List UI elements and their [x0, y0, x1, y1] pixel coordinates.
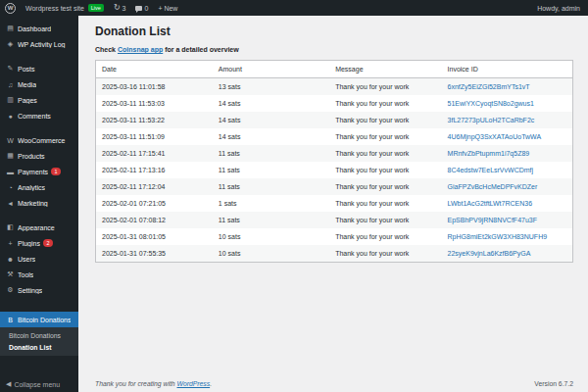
sidebar-item-label: Settings: [18, 287, 42, 294]
menu-separator: [0, 298, 78, 312]
col-header-message[interactable]: Message: [329, 61, 441, 78]
invoice-link[interactable]: 3fL27273pULoH2TCaRbF2c: [448, 117, 535, 123]
coinsnap-app-link[interactable]: Coinsnap app: [118, 46, 163, 53]
sidebar-item-comments[interactable]: ●Comments: [0, 108, 78, 123]
donation-row: 2025-03-11 11:53:2214 satsThank you for …: [96, 112, 573, 128]
sidebar-item-label: Users: [18, 256, 35, 263]
invoice-link[interactable]: RpHG8miEt2kGW3XH83NUFH9: [448, 233, 548, 240]
sidebar-item-label: Media: [18, 81, 36, 88]
cell-date: 2025-02-11 17:15:41: [96, 145, 213, 162]
sidebar-item-bitcoin-donations[interactable]: BBitcoin Donations: [0, 312, 78, 327]
invoice-link[interactable]: LWbt1AcG2tftLWt7RCEN36: [448, 200, 533, 207]
col-header-amount[interactable]: Amount: [213, 61, 329, 78]
updates-icon: ↻: [114, 4, 121, 12]
invoice-link[interactable]: GiaFPZvBcHcMeDPFvKDZer: [448, 183, 538, 190]
live-badge: Live: [88, 4, 104, 12]
cell-amount: 11 sats: [213, 178, 329, 195]
tools-icon: ⚒: [6, 270, 15, 278]
cell-date: 2025-01-31 07:55:35: [96, 245, 213, 263]
cell-amount: 1 sats: [213, 195, 329, 212]
invoice-link[interactable]: 4U6MjnpQ3SxXATAoUoTwWA: [448, 133, 542, 140]
cell-amount: 14 sats: [213, 128, 329, 145]
sidebar-item-label: Posts: [18, 66, 35, 73]
dashboard-icon: ▤: [6, 24, 15, 32]
collapse-menu-button[interactable]: ◀ Collapse menu: [0, 376, 78, 392]
invoice-link[interactable]: MRnfvZbPtupmm1i7q5Z89: [448, 150, 530, 157]
wordpress-link[interactable]: WordPress: [177, 380, 211, 387]
updates-menu[interactable]: ↻ 3: [109, 0, 131, 16]
cell-invoice-id: RpHG8miEt2kGW3XH83NUFH9: [442, 228, 573, 245]
donation-row: 2025-01-31 08:01:0510 satsThank you for …: [96, 228, 573, 245]
sidebar-item-posts[interactable]: ✎Posts: [0, 61, 78, 76]
sidebar-item-woocommerce[interactable]: WWooCommerce: [0, 132, 78, 148]
cell-invoice-id: 22syeK9vjnLa6KzfB6PyGA: [442, 245, 573, 263]
sidebar-item-label: Products: [18, 153, 45, 160]
donation-row: 2025-03-11 11:51:0914 satsThank you for …: [96, 128, 573, 145]
donation-row: 2025-03-16 11:01:5813 satsThank you for …: [96, 78, 573, 96]
cell-message: Thank you for your work: [329, 95, 441, 112]
analytics-icon: ◔: [6, 184, 15, 191]
sidebar-item-marketing[interactable]: ◄Marketing: [0, 195, 78, 211]
sidebar-item-plugins[interactable]: +Plugins2: [0, 235, 78, 251]
donation-row: 2025-02-11 17:13:1611 satsThank you for …: [96, 162, 573, 178]
cell-invoice-id: 8C4edstw7EeLsrVvWCDmfj: [442, 162, 573, 178]
sidebar-item-label: Marketing: [18, 200, 48, 207]
sidebar-item-appearance[interactable]: ◧Appearance: [0, 220, 78, 235]
invoice-link[interactable]: 51EwiYXCyoqtSN8o2gwus1: [448, 100, 534, 107]
sidebar-item-payments[interactable]: ▬Payments1: [0, 164, 78, 179]
footer-thanks-suffix: .: [210, 380, 212, 387]
donations-table: Date Amount Message Invoice ID 2025-03-1…: [95, 60, 573, 263]
howdy-menu[interactable]: Howdy, admin: [532, 0, 588, 16]
updates-count: 3: [122, 5, 126, 12]
donation-row: 2025-02-01 07:21:051 satsThank you for y…: [96, 195, 573, 212]
notice-prefix: Check: [95, 46, 118, 53]
cell-amount: 14 sats: [213, 95, 329, 112]
site-name-label: Wordpress test site: [25, 5, 84, 12]
cell-invoice-id: LWbt1AcG2tftLWt7RCEN36: [442, 195, 573, 212]
cell-date: 2025-03-16 11:01:58: [96, 78, 213, 96]
sidebar-item-settings[interactable]: ⚙Settings: [0, 282, 78, 298]
comments-icon: ●: [6, 113, 15, 120]
cell-date: 2025-01-31 08:01:05: [96, 228, 213, 245]
cell-date: 2025-02-11 17:13:16: [96, 162, 213, 178]
sidebar-item-tools[interactable]: ⚒Tools: [0, 267, 78, 282]
invoice-link[interactable]: 8C4edstw7EeLsrVvWCDmfj: [448, 167, 534, 173]
sidebar-item-label: WooCommerce: [18, 137, 66, 144]
cell-message: Thank you for your work: [329, 212, 441, 228]
sidebar-item-pages[interactable]: ▥Pages: [0, 92, 78, 108]
cell-invoice-id: 51EwiYXCyoqtSN8o2gwus1: [442, 95, 573, 112]
sidebar-item-users[interactable]: ☻Users: [0, 251, 78, 267]
table-header-row: Date Amount Message Invoice ID: [96, 61, 573, 78]
sidebar-item-wp-activity-log[interactable]: ◈WP Activity Log: [0, 36, 78, 52]
sidebar-item-dashboard[interactable]: ▤Dashboard: [0, 21, 78, 36]
comments-menu[interactable]: 0: [130, 0, 153, 16]
wordpress-logo-menu[interactable]: W: [0, 0, 21, 16]
col-header-invoice-id[interactable]: Invoice ID: [442, 61, 573, 78]
comments-icon: [135, 6, 142, 11]
sidebar-subitem-donation-list[interactable]: Donation List: [0, 341, 78, 353]
admin-bar: W Wordpress test site Live ↻ 3 0 + New H…: [0, 0, 588, 16]
footer-thanks: Thank you for creating with WordPress.: [95, 380, 212, 387]
sidebar-subitem-bitcoin-donations[interactable]: Bitcoin Donations: [0, 329, 78, 341]
donation-row: 2025-02-11 17:15:4111 satsThank you for …: [96, 145, 573, 162]
cell-invoice-id: EpSBhPV9jRN8NVCfF47u3F: [442, 212, 573, 228]
cell-message: Thank you for your work: [329, 78, 441, 96]
sidebar-item-analytics[interactable]: ◔Analytics: [0, 179, 78, 195]
new-content-menu[interactable]: + New: [153, 0, 182, 16]
cell-date: 2025-02-01 07:08:12: [96, 212, 213, 228]
menu-separator: [0, 52, 78, 61]
cell-message: Thank you for your work: [329, 178, 441, 195]
footer: Thank you for creating with WordPress. V…: [95, 380, 573, 387]
sidebar-item-media[interactable]: ♫Media: [0, 76, 78, 92]
cell-date: 2025-02-11 17:12:04: [96, 178, 213, 195]
users-icon: ☻: [6, 256, 15, 263]
cell-message: Thank you for your work: [329, 228, 441, 245]
invoice-link[interactable]: 22syeK9vjnLa6KzfB6PyGA: [448, 250, 531, 257]
invoice-link[interactable]: EpSBhPV9jRN8NVCfF47u3F: [448, 217, 537, 223]
col-header-date[interactable]: Date: [96, 61, 213, 78]
coinsnap-notice: Check Coinsnap app for a detailed overvi…: [95, 46, 573, 53]
sidebar-item-products[interactable]: ▦Products: [0, 148, 78, 164]
cell-message: Thank you for your work: [329, 162, 441, 178]
invoice-link[interactable]: 6xnfZy5EiZGi52BmYTs1vT: [448, 83, 530, 90]
site-name-menu[interactable]: Wordpress test site Live: [21, 0, 109, 16]
